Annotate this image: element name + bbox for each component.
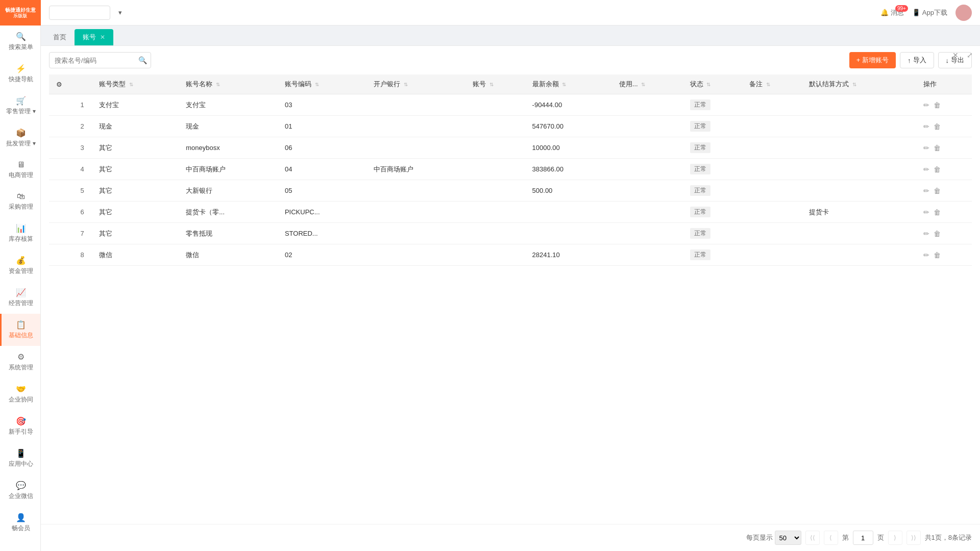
- row-action-4: ✏ 🗑: [919, 180, 972, 202]
- sidebar-item-11[interactable]: 🤝 企业协同: [0, 378, 40, 410]
- col-gear[interactable]: ⚙: [49, 74, 69, 94]
- col-balance[interactable]: 最新余额 ⇅: [528, 74, 615, 94]
- app-download-button[interactable]: 📱 App下载: [912, 8, 947, 17]
- sidebar-item-14[interactable]: 💬 企业微信: [0, 474, 40, 507]
- row-code-0: 03: [281, 94, 370, 116]
- window-controls: ✕ ⤢: [945, 46, 980, 64]
- row-remark-5: [745, 202, 805, 223]
- sidebar-label-2: 零售管理 ▾: [6, 107, 35, 116]
- row-gear-1: [49, 116, 69, 137]
- sidebar-icon-4: 🖥: [17, 160, 25, 169]
- row-type-6: 其它: [95, 223, 182, 244]
- user-avatar[interactable]: [955, 5, 972, 21]
- next-page-button[interactable]: ⟩: [888, 531, 902, 545]
- col-remark[interactable]: 备注 ⇅: [745, 74, 805, 94]
- row-bank-2: [370, 137, 469, 159]
- sidebar-item-12[interactable]: 🎯 新手引导: [0, 410, 40, 442]
- edit-icon-2[interactable]: ✏: [923, 144, 929, 152]
- expand-window-button[interactable]: ⤢: [964, 49, 976, 61]
- sidebar-icon-3: 📦: [16, 128, 26, 138]
- page-input[interactable]: [853, 531, 873, 545]
- row-num-5: 6: [69, 202, 95, 223]
- col-type[interactable]: 账号类型 ⇅: [95, 74, 182, 94]
- close-window-button[interactable]: ✕: [949, 49, 962, 61]
- row-default-settle-1: [805, 116, 919, 137]
- row-code-5: PICKUPC...: [281, 202, 370, 223]
- delete-icon-7[interactable]: 🗑: [934, 251, 941, 259]
- row-action-6: ✏ 🗑: [919, 223, 972, 244]
- edit-icon-1[interactable]: ✏: [923, 122, 929, 131]
- col-status[interactable]: 状态 ⇅: [686, 74, 746, 94]
- edit-icon-0[interactable]: ✏: [923, 101, 929, 109]
- col-num: [69, 74, 95, 94]
- row-name-5: 提货卡（零...: [182, 202, 281, 223]
- row-action-1: ✏ 🗑: [919, 116, 972, 137]
- col-default-settle[interactable]: 默认结算方式 ⇅: [805, 74, 919, 94]
- sidebar-item-4[interactable]: 🖥 电商管理: [0, 154, 40, 186]
- sidebar-label-7: 资金管理: [9, 267, 33, 276]
- edit-icon-6[interactable]: ✏: [923, 230, 929, 238]
- edit-icon-3[interactable]: ✏: [923, 165, 929, 173]
- topbar-left: ▾: [49, 6, 122, 20]
- search-icon: 🔍: [138, 56, 147, 64]
- sidebar-item-10[interactable]: ⚙ 系统管理: [0, 346, 40, 378]
- sidebar-item-13[interactable]: 📱 应用中心: [0, 442, 40, 474]
- delete-icon-4[interactable]: 🗑: [934, 187, 941, 195]
- message-button[interactable]: 🔔 消息 99+: [880, 8, 904, 17]
- sidebar-item-3[interactable]: 📦 批发管理 ▾: [0, 122, 40, 154]
- table-row: 5 其它 大新银行 05 500.00 正常 ✏ 🗑: [49, 180, 972, 202]
- sidebar-item-2[interactable]: 🛒 零售管理 ▾: [0, 90, 40, 122]
- row-bank-0: [370, 94, 469, 116]
- sidebar-item-6[interactable]: 📊 库存核算: [0, 217, 40, 249]
- row-account-2: [469, 137, 528, 159]
- sidebar-item-8[interactable]: 📈 经营管理: [0, 282, 40, 314]
- delete-icon-6[interactable]: 🗑: [934, 230, 941, 238]
- row-remark-4: [745, 180, 805, 202]
- row-name-0: 支付宝: [182, 94, 281, 116]
- sidebar-icon-14: 💬: [16, 481, 26, 490]
- sidebar-item-0[interactable]: 🔍 搜索菜单: [0, 26, 40, 58]
- delete-icon-2[interactable]: 🗑: [934, 144, 941, 152]
- delete-icon-3[interactable]: 🗑: [934, 165, 941, 173]
- sidebar-label-5: 采购管理: [9, 203, 33, 211]
- sidebar-item-5[interactable]: 🛍 采购管理: [0, 186, 40, 217]
- first-page-button[interactable]: ⟨⟨: [805, 531, 820, 545]
- delete-icon-5[interactable]: 🗑: [934, 208, 941, 216]
- add-account-button[interactable]: + 新增账号: [849, 52, 896, 68]
- col-bank[interactable]: 开户银行 ⇅: [370, 74, 469, 94]
- table-row: 1 支付宝 支付宝 03 -90444.00 正常 ✏ 🗑: [49, 94, 972, 116]
- sidebar-item-7[interactable]: 💰 资金管理: [0, 249, 40, 282]
- search-input[interactable]: [49, 52, 151, 68]
- topbar-dropdown[interactable]: ▾: [118, 9, 122, 16]
- col-name[interactable]: 账号名称 ⇅: [182, 74, 281, 94]
- col-code[interactable]: 账号编码 ⇅: [281, 74, 370, 94]
- page-size-wrap: 每页显示 50 20 100: [746, 531, 801, 545]
- import-button[interactable]: ↑ 导入: [900, 52, 934, 68]
- sidebar-item-15[interactable]: 👤 畅会员: [0, 507, 40, 539]
- sidebar-item-1[interactable]: ⚡ 快捷导航: [0, 58, 40, 90]
- page-size-select[interactable]: 50 20 100: [775, 531, 801, 545]
- table-row: 8 微信 微信 02 28241.10 正常 ✏ 🗑: [49, 244, 972, 266]
- edit-icon-5[interactable]: ✏: [923, 208, 929, 216]
- edit-icon-4[interactable]: ✏: [923, 187, 929, 195]
- tab-account[interactable]: 账号 ✕: [75, 29, 113, 45]
- col-account[interactable]: 账号 ⇅: [469, 74, 528, 94]
- row-num-7: 8: [69, 244, 95, 266]
- tab-home[interactable]: 首页: [45, 29, 75, 45]
- topbar-search-input[interactable]: [49, 6, 110, 20]
- sidebar-item-9[interactable]: 📋 基础信息: [0, 314, 40, 346]
- delete-icon-0[interactable]: 🗑: [934, 101, 941, 109]
- table-row: 6 其它 提货卡（零... PICKUPC... 正常 提货卡 ✏ 🗑: [49, 202, 972, 223]
- row-account-1: [469, 116, 528, 137]
- row-status-2: 正常: [686, 137, 746, 159]
- row-bank-1: [370, 116, 469, 137]
- sidebar-icon-1: ⚡: [16, 64, 26, 73]
- row-usage-0: [615, 94, 686, 116]
- delete-icon-1[interactable]: 🗑: [934, 122, 941, 131]
- col-usage[interactable]: 使用... ⇅: [615, 74, 686, 94]
- prev-page-button[interactable]: ⟨: [824, 531, 838, 545]
- row-default-settle-6: [805, 223, 919, 244]
- last-page-button[interactable]: ⟩⟩: [906, 531, 921, 545]
- tab-close-icon[interactable]: ✕: [100, 34, 105, 41]
- edit-icon-7[interactable]: ✏: [923, 251, 929, 259]
